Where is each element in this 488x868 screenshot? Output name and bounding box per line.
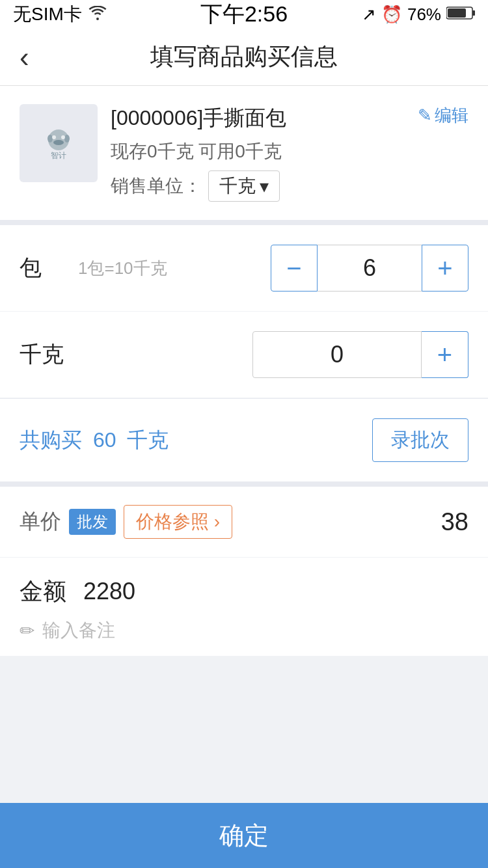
price-ref-button[interactable]: 价格参照 ›	[124, 505, 232, 539]
price-tag: 批发	[69, 509, 116, 535]
total-value: 60	[93, 428, 116, 452]
quantity-row-bao: 包 1包=10千克 − +	[0, 225, 488, 312]
unit-dropdown-icon: ▾	[260, 176, 269, 197]
amount-label: 金额	[20, 578, 66, 604]
product-stock: 现存0千克 可用0千克	[111, 139, 286, 164]
product-name: [0000006]手撕面包	[111, 104, 286, 133]
nav-bar: ‹ 填写商品购买信息	[0, 29, 488, 86]
page-title: 填写商品购买信息	[150, 41, 338, 73]
svg-rect-1	[472, 10, 475, 16]
quantity-controls-kg: +	[252, 331, 468, 378]
unit-label: 销售单位：	[111, 174, 202, 198]
svg-point-5	[64, 135, 70, 142]
total-text: 共购买 60 千克	[20, 426, 169, 455]
product-unit-row: 销售单位： 千克 ▾	[111, 170, 286, 202]
total-row: 共购买 60 千克 录批次	[0, 399, 488, 487]
note-placeholder: 输入备注	[42, 618, 115, 643]
qty-minus-bao[interactable]: −	[271, 245, 318, 292]
product-image: 智计	[20, 104, 98, 182]
qty-plus-bao[interactable]: +	[422, 245, 468, 292]
edit-icon: ✎	[418, 105, 432, 126]
quantity-controls-bao: − +	[271, 245, 468, 292]
amount-section: 金额 2280 ✏ 输入备注	[0, 558, 488, 656]
amount-value: 2280	[83, 578, 135, 604]
quantity-row-kg: 千克 +	[0, 312, 488, 398]
status-bar-right: ↗ ⏰ 76%	[362, 5, 475, 25]
status-bar-time: 下午2:56	[200, 0, 288, 29]
amount-row: 金额 2280	[20, 576, 468, 608]
note-row[interactable]: ✏ 输入备注	[20, 618, 468, 643]
product-info: [0000006]手撕面包 现存0千克 可用0千克 销售单位： 千克 ▾ ✎ 编…	[111, 104, 468, 202]
price-label: 单价	[20, 508, 61, 536]
svg-point-4	[47, 135, 53, 142]
status-bar-left: 无SIM卡	[13, 2, 107, 27]
svg-point-8	[53, 140, 64, 145]
svg-point-7	[61, 135, 65, 139]
unit-select[interactable]: 千克 ▾	[208, 170, 280, 202]
qty-plus-kg[interactable]: +	[422, 331, 468, 378]
price-section: 单价 批发 价格参照 › 38	[0, 487, 488, 558]
battery-text: 76%	[407, 5, 441, 25]
battery-icon	[446, 5, 475, 25]
svg-point-6	[52, 135, 56, 139]
confirm-button[interactable]: 确定	[0, 803, 488, 868]
qty-input-bao[interactable]	[318, 245, 422, 292]
svg-rect-2	[448, 8, 466, 18]
alarm-icon: ⏰	[381, 5, 402, 25]
edit-label: 编辑	[435, 104, 468, 127]
record-batch-button[interactable]: 录批次	[372, 418, 468, 462]
back-button[interactable]: ‹	[20, 43, 29, 72]
location-icon: ↗	[362, 5, 376, 25]
wifi-icon	[88, 4, 107, 25]
edit-button[interactable]: ✎ 编辑	[418, 104, 468, 127]
product-header: [0000006]手撕面包 现存0千克 可用0千克 销售单位： 千克 ▾ ✎ 编…	[111, 104, 468, 202]
carrier-text: 无SIM卡	[13, 2, 82, 27]
unit-value: 千克	[219, 174, 256, 198]
quantity-hint-bao: 1包=10千克	[78, 257, 271, 280]
quantity-section: 包 1包=10千克 − + 千克 +	[0, 225, 488, 399]
product-card: 智计 [0000006]手撕面包 现存0千克 可用0千克 销售单位： 千克 ▾ …	[0, 86, 488, 225]
pencil-icon: ✏	[20, 620, 34, 642]
quantity-label-bao: 包	[20, 253, 72, 283]
qty-input-kg[interactable]	[252, 331, 422, 378]
quantity-label-kg: 千克	[20, 340, 72, 370]
status-bar: 无SIM卡 下午2:56 ↗ ⏰ 76%	[0, 0, 488, 29]
svg-text:智计: 智计	[51, 151, 66, 160]
price-value: 38	[441, 508, 468, 536]
